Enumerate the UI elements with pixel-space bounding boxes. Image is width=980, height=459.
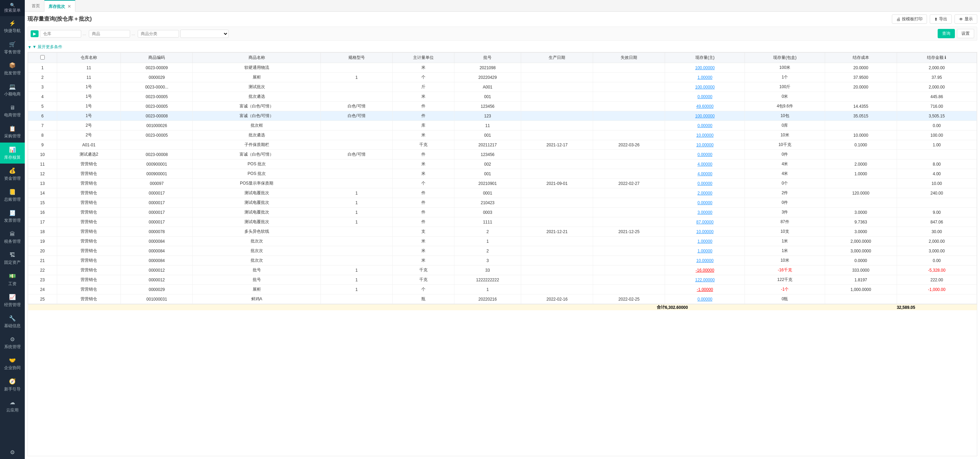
row-num: 25	[28, 295, 57, 304]
row-mfgdate	[521, 217, 593, 227]
sidebar-item-payroll[interactable]: 💵 工资	[0, 269, 25, 290]
row-qty2: 10支	[745, 227, 825, 237]
row-qty2: 0个	[745, 179, 825, 188]
sidebar-item-cloud[interactable]: ☁ 云应用	[0, 395, 25, 416]
row-name: POS 批次	[193, 169, 321, 179]
row-qty[interactable]: 1.00000	[665, 246, 745, 256]
row-qty2: 87件	[745, 217, 825, 227]
sidebar-item-assets[interactable]: 🏗 固定资产	[0, 248, 25, 269]
row-qty[interactable]: 0.00000	[665, 121, 745, 131]
row-qty[interactable]: 122.00000	[665, 275, 745, 285]
display-button[interactable]: 👁 显示	[955, 14, 977, 24]
row-expdate	[593, 285, 665, 295]
sidebar-search[interactable]: 🔍 搜索菜单	[0, 0, 25, 16]
print-button[interactable]: 🖨 按模板打印	[892, 14, 927, 24]
tab-inventory-batch[interactable]: 库存批次 ✕	[45, 0, 75, 12]
sidebar-item-management[interactable]: 📈 经营管理	[0, 290, 25, 311]
row-warehouse: 营营销仓	[57, 237, 121, 246]
search-button[interactable]: 查询	[938, 29, 955, 38]
select-all-checkbox[interactable]	[40, 55, 45, 60]
col-header-num	[28, 53, 57, 63]
inventory-icon: 📊	[2, 146, 24, 154]
row-batch: 2	[454, 227, 521, 237]
row-qty[interactable]: 10.00000	[665, 227, 745, 237]
row-qty[interactable]: -1.00000	[665, 285, 745, 295]
row-code: 001000026	[121, 121, 193, 131]
row-qty[interactable]: 1.00000	[665, 73, 745, 82]
row-name: 展柜	[193, 73, 321, 82]
settings-button[interactable]: 设置	[957, 29, 974, 38]
sidebar-item-smallec[interactable]: 💻 小额电商	[0, 80, 25, 100]
row-qty[interactable]: 1.00000	[665, 237, 745, 246]
sidebar-item-guide[interactable]: 🧭 新手引导	[0, 374, 25, 395]
table-row: 21 营营销仓 0000084 批次次 米 3 10.00000 10米 0.0…	[28, 256, 977, 266]
row-qty[interactable]: -16.00000	[665, 266, 745, 275]
row-qty2: 122千克	[745, 275, 825, 285]
row-qty[interactable]: 3.00000	[665, 208, 745, 217]
row-qty[interactable]: 0.00000	[665, 179, 745, 188]
sidebar-item-ledger[interactable]: 📒 总账管理	[0, 185, 25, 206]
row-cost	[825, 92, 897, 102]
tab-home[interactable]: 首页	[27, 0, 45, 12]
row-qty[interactable]: 0.00000	[665, 295, 745, 304]
row-name: 批次遴选	[193, 131, 321, 140]
row-expdate	[593, 266, 665, 275]
row-qty[interactable]: 0.00000	[665, 198, 745, 208]
sidebar-item-basic[interactable]: 🔧 基础信息	[0, 311, 25, 332]
row-total	[897, 198, 977, 208]
sidebar-item-retail[interactable]: 🛒 零售管理	[0, 37, 25, 58]
sidebar-item-finance[interactable]: 💰 资金管理	[0, 164, 25, 185]
row-qty[interactable]: 10.00000	[665, 140, 745, 150]
row-mfgdate	[521, 150, 593, 159]
row-num: 19	[28, 237, 57, 246]
row-qty[interactable]: 2.00000	[665, 188, 745, 198]
row-num: 5	[28, 102, 57, 111]
sidebar-settings[interactable]: ⚙	[0, 446, 25, 459]
row-expdate	[593, 188, 665, 198]
filter-expand-btn[interactable]: ▶	[31, 30, 38, 37]
row-qty[interactable]: 100.00000	[665, 82, 745, 92]
row-code: 000900001	[121, 169, 193, 179]
row-qty[interactable]: 4.00000	[665, 159, 745, 169]
row-expdate: 2022-02-27	[593, 179, 665, 188]
sidebar-item-system[interactable]: ⚙ 系统管理	[0, 332, 25, 353]
sidebar-item-purchase[interactable]: 📋 采购管理	[0, 121, 25, 143]
warehouse-input[interactable]	[40, 30, 81, 38]
expand-conditions-btn[interactable]: ▼ ▼ 展开更多条件	[27, 44, 977, 50]
row-cost: 37.9500	[825, 73, 897, 82]
row-qty[interactable]: 100.00000	[665, 63, 745, 73]
sidebar-item-ec[interactable]: 🖥 电商管理	[0, 100, 25, 121]
sidebar-item-invoice[interactable]: 🧾 发票管理	[0, 206, 25, 227]
category-select[interactable]	[180, 30, 229, 38]
tab-close-icon[interactable]: ✕	[67, 4, 71, 9]
row-name: 富诚（白色/可情）	[193, 111, 321, 121]
row-qty[interactable]: 49.60000	[665, 102, 745, 111]
row-expdate	[593, 198, 665, 208]
sidebar-item-wholesale[interactable]: 📦 批发管理	[0, 58, 25, 79]
export-button[interactable]: ⬆ 导出	[930, 14, 952, 24]
row-batch: 1222222222	[454, 275, 521, 285]
row-qty[interactable]: 4.00000	[665, 169, 745, 179]
search-icon: 🔍	[10, 3, 15, 8]
row-unit: 米	[392, 246, 454, 256]
row-qty[interactable]: 10.00000	[665, 256, 745, 266]
row-expdate	[593, 246, 665, 256]
row-name: 子件保质期栏	[193, 140, 321, 150]
row-qty[interactable]: 0.00000	[665, 150, 745, 159]
row-code: 0023-00009	[121, 63, 193, 73]
category-input[interactable]	[138, 30, 179, 38]
sidebar-item-inventory[interactable]: 📊 库存核算	[0, 143, 25, 164]
row-qty[interactable]: 10.00000	[665, 131, 745, 140]
product-input[interactable]	[89, 30, 130, 38]
sidebar-item-quicknav[interactable]: ⚡ 快捷导航	[0, 16, 25, 37]
row-qty[interactable]: 100.00000	[665, 111, 745, 121]
row-spec	[320, 92, 392, 102]
sidebar-item-collab[interactable]: 🤝 企业协同	[0, 353, 25, 374]
row-qty[interactable]: 87.00000	[665, 217, 745, 227]
row-qty[interactable]: 0.00000	[665, 92, 745, 102]
table-row: 5 1号 0023-00005 富诚（白色/可情） 白色/可情 件 123456…	[28, 102, 977, 111]
row-unit: 千克	[392, 266, 454, 275]
sidebar-item-tax[interactable]: 🏛 税务管理	[0, 227, 25, 248]
table-row: 17 营营销仓 0000017 测试电覆批次 1 件 1111 87.00000…	[28, 217, 977, 227]
row-total: 30.00	[897, 227, 977, 237]
